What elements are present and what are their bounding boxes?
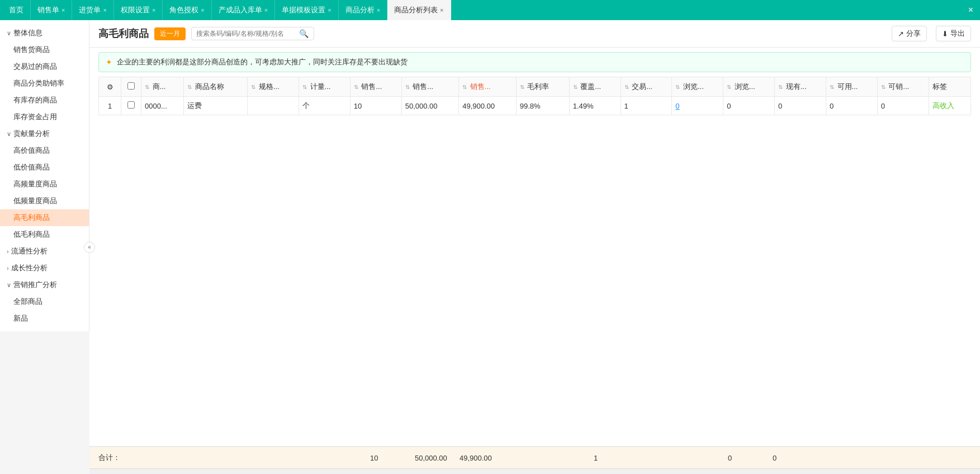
col-header-sales-amount[interactable]: ⇅ 销售... (401, 77, 459, 97)
close-template-tab[interactable]: × (328, 7, 331, 13)
sidebar-item-stock-funds[interactable]: 库存资金占用 (0, 109, 89, 125)
share-button[interactable]: ↗ 分享 (892, 26, 927, 41)
footer-sales-qty: 10 (367, 454, 411, 462)
nav-tab-home[interactable]: 首页 (2, 0, 31, 20)
export-button[interactable]: ⬇ 导出 (936, 26, 971, 41)
sort-icon-5: ⇅ (354, 84, 358, 90)
sidebar-collapse-button[interactable]: « (84, 242, 95, 253)
close-inventory-tab[interactable]: × (264, 7, 268, 13)
col-header-spec[interactable]: ⇅ 规格... (248, 77, 299, 97)
cell-sales-cost: 49,900.00 (459, 97, 517, 115)
sidebar-group-liquidity[interactable]: › 流通性分析 (0, 243, 89, 260)
nav-tab-purchase[interactable]: 进货单 × (72, 0, 113, 20)
close-sales-tab[interactable]: × (61, 7, 65, 13)
close-roles-tab[interactable]: × (201, 7, 204, 13)
nav-tab-analysis[interactable]: 商品分析 × (339, 0, 387, 20)
view1-link[interactable]: 0 (675, 102, 679, 110)
col-header-name[interactable]: ⇅ 商品名称 (184, 77, 248, 97)
search-box: 🔍 (191, 27, 314, 40)
cell-sales-amount: 50,000.00 (401, 97, 459, 115)
table-container: ⚙ ⇅ 商... ⇅ 商品名称 (89, 77, 980, 446)
close-analysis-list-tab[interactable]: × (440, 7, 443, 13)
sidebar-item-high-freq[interactable]: 高频量度商品 (0, 176, 89, 193)
cell-checkbox (121, 97, 141, 115)
sidebar-group-marketing[interactable]: ∨ 营销推广分析 (0, 276, 89, 293)
sidebar-item-low-freq[interactable]: 低频量度商品 (0, 193, 89, 209)
search-icon[interactable]: 🔍 (299, 29, 309, 38)
col-header-stock-cur[interactable]: ⇅ 现有... (775, 77, 826, 97)
select-all-checkbox[interactable] (127, 82, 135, 90)
col-header-coverage[interactable]: ⇅ 覆盖... (569, 77, 621, 97)
footer-label: 合计： (98, 453, 143, 463)
sort-icon-6: ⇅ (405, 84, 410, 90)
footer-sales-cost: 49,900.00 (456, 454, 501, 462)
filter-button[interactable]: 近一月 (154, 27, 186, 40)
col-header-sales-qty[interactable]: ⇅ 销售... (350, 77, 401, 97)
nav-tab-permissions[interactable]: 权限设置 × (114, 0, 163, 20)
sort-icon-4: ⇅ (302, 84, 307, 90)
settings-icon[interactable]: ⚙ (107, 83, 113, 91)
cell-stock-avail: 0 (826, 97, 877, 115)
nav-tab-analysis-list[interactable]: 商品分析列表 × (387, 0, 451, 20)
arrow-right-icon-2: › (7, 265, 9, 271)
sidebar-item-category-rate[interactable]: 商品分类助销率 (0, 75, 89, 92)
arrow-down-icon-3: ∨ (7, 281, 11, 289)
sidebar-group-overall[interactable]: ∨ 整体信息 (0, 25, 89, 41)
goods-table: ⚙ ⇅ 商... ⇅ 商品名称 (98, 77, 971, 115)
content-header: 高毛利商品 近一月 🔍 ↗ 分享 ⬇ 导出 (89, 20, 980, 48)
alert-banner: ✦ 企业的主要的利润都是这部分商品创造的，可考虑加大推广，同时关注库存是不要出现… (98, 52, 971, 72)
sort-icon-14: ⇅ (830, 84, 834, 90)
content-area: 高毛利商品 近一月 🔍 ↗ 分享 ⬇ 导出 ✦ 企业的主要的利润都是这部分商品创… (89, 20, 980, 474)
nav-tab-sales[interactable]: 销售单 × (31, 0, 72, 20)
cell-spec (248, 97, 299, 115)
sidebar-item-low-value[interactable]: 低价值商品 (0, 159, 89, 176)
sort-icon-12: ⇅ (727, 84, 731, 90)
col-header-stock-avail[interactable]: ⇅ 可用... (826, 77, 877, 97)
cell-view2: 0 (723, 97, 775, 115)
cell-unit: 个 (299, 97, 350, 115)
sidebar: ∨ 整体信息 销售货商品 交易过的商品 商品分类助销率 有库存的商品 库存资金占… (0, 20, 89, 331)
footer-trade: 1 (590, 454, 635, 462)
close-analysis-tab[interactable]: × (377, 7, 380, 13)
sidebar-item-sales-goods[interactable]: 销售货商品 (0, 41, 89, 58)
close-permissions-tab[interactable]: × (152, 7, 155, 13)
sidebar-item-high-value[interactable]: 高价值商品 (0, 142, 89, 159)
search-input[interactable] (196, 30, 297, 37)
col-header-unit[interactable]: ⇅ 计量... (299, 77, 350, 97)
nav-tab-inventory[interactable]: 产成品入库单 × (212, 0, 275, 20)
horizontal-scrollbar[interactable] (89, 468, 980, 474)
window-close-button[interactable]: × (962, 0, 980, 20)
sidebar-item-new-goods[interactable]: 新品 (0, 310, 89, 327)
cell-sales-qty: 10 (350, 97, 401, 115)
sidebar-item-in-stock[interactable]: 有库存的商品 (0, 92, 89, 109)
col-header-gross-rate[interactable]: ⇅ 毛利率 (516, 77, 569, 97)
cell-stock-cur: 0 (775, 97, 826, 115)
sort-icon-8: ⇅ (520, 84, 524, 90)
col-header-view2[interactable]: ⇅ 浏览... (723, 77, 775, 97)
col-header-num: ⚙ (99, 77, 121, 97)
sort-icon-9: ⇅ (573, 84, 577, 90)
cell-coverage: 1.49% (569, 97, 621, 115)
sidebar-group-contribution[interactable]: ∨ 贡献量分析 (0, 125, 89, 142)
sort-icon-3: ⇅ (251, 84, 255, 90)
nav-tab-template[interactable]: 单据模板设置 × (275, 0, 338, 20)
sidebar-group-growth[interactable]: › 成长性分析 (0, 260, 89, 276)
col-header-tag[interactable]: 标签 (929, 77, 970, 97)
sidebar-item-low-margin[interactable]: 低毛利商品 (0, 226, 89, 243)
col-header-trade[interactable]: ⇅ 交易... (621, 77, 672, 97)
col-header-sales-cost[interactable]: ⇅ 销售... (459, 77, 517, 97)
col-header-view1[interactable]: ⇅ 浏览... (672, 77, 723, 97)
sidebar-item-high-margin[interactable]: 高毛利商品 (0, 209, 89, 226)
alert-icon: ✦ (106, 58, 112, 67)
close-purchase-tab[interactable]: × (103, 7, 106, 13)
sort-icon-15: ⇅ (881, 84, 886, 90)
nav-tab-roles[interactable]: 角色授权 × (163, 0, 211, 20)
col-header-code[interactable]: ⇅ 商... (141, 77, 184, 97)
sidebar-item-traded-goods[interactable]: 交易过的商品 (0, 58, 89, 75)
row-checkbox[interactable] (127, 101, 135, 109)
col-header-stock-sale[interactable]: ⇅ 可销... (877, 77, 929, 97)
sidebar-item-all-goods[interactable]: 全部商品 (0, 293, 89, 310)
alert-text: 企业的主要的利润都是这部分商品创造的，可考虑加大推广，同时关注库存是不要出现缺货 (117, 57, 408, 67)
export-icon: ⬇ (942, 30, 948, 38)
sort-icon-13: ⇅ (778, 84, 783, 90)
